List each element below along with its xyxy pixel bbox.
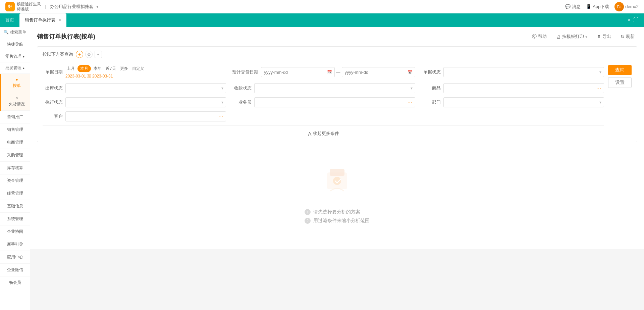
forecast-end-input[interactable] <box>342 67 415 77</box>
forecast-date-label: 预计交货日期 <box>231 69 258 75</box>
customer-wrap: ··· <box>65 111 226 121</box>
breadcrumb[interactable]: 办公用品行业模拟账套 <box>50 4 94 10</box>
sidebar-item-basic-info[interactable]: 基础信息 <box>0 200 30 213</box>
goods-more-icon[interactable]: ··· <box>596 86 601 91</box>
tab-sales-order[interactable]: 销售订单执行表 × <box>19 13 66 27</box>
page-header: 销售订单执行表(按单) ⓪ 帮助 🖨 按模板打印 ▾ ⬆ 导出 <box>37 32 637 41</box>
date-btn-this-year[interactable]: 本年 <box>92 65 103 72</box>
app-download-icon: 📱 <box>586 4 591 9</box>
calendar-end-icon[interactable]: 📅 <box>408 70 413 74</box>
date-btn-this-month[interactable]: 本月 <box>77 65 91 72</box>
date-btn-7days[interactable]: 近7天 <box>104 65 117 72</box>
sidebar-item-enterprise-collab[interactable]: 企业协同 <box>0 225 30 238</box>
filter-item-goods: 商品 ··· <box>421 83 604 93</box>
breadcrumb-arrow-icon[interactable]: ▾ <box>96 4 99 9</box>
sidebar-item-finance[interactable]: 资金管理 <box>0 174 30 187</box>
filter-item-date: 单据日期 上月 本月 本年 近7天 更多 自定义 <box>43 65 226 79</box>
content-area: 销售订单执行表(按单) ⓪ 帮助 🖨 按模板打印 ▾ ⬆ 导出 <box>30 27 644 310</box>
sidebar-subitem-backorder[interactable]: ○ 欠货情况 <box>1 92 30 111</box>
sidebar-item-marketing[interactable]: 营销推广 <box>0 111 30 123</box>
app-download-button[interactable]: 📱 App下载 <box>586 4 609 10</box>
sidebar-item-purchase[interactable]: 采购管理 <box>0 149 30 162</box>
forecast-end-wrap: 📅 <box>342 67 415 77</box>
window-close-icon[interactable]: × <box>628 17 631 23</box>
sidebar-item-system[interactable]: 系统管理 <box>0 213 30 225</box>
receipt-status-label: 收款状态 <box>231 85 252 91</box>
settings-button[interactable]: 设置 <box>608 77 632 88</box>
receipt-status-select[interactable] <box>254 83 415 93</box>
help-button[interactable]: ⓪ 帮助 <box>529 32 549 41</box>
filter-row-4: 客户 ··· <box>43 111 604 121</box>
date-range-inputs: 📅 — 📅 <box>261 67 415 77</box>
export-button[interactable]: ⬆ 导出 <box>594 32 614 41</box>
sidebar-item-app-center[interactable]: 应用中心 <box>0 251 30 264</box>
calendar-start-icon[interactable]: 📅 <box>327 70 332 74</box>
salesperson-input[interactable] <box>254 97 415 107</box>
logo-area: 好 畅捷通好生意 标准版 <box>5 2 41 11</box>
sidebar-item-sales[interactable]: 销售管理 <box>0 123 30 136</box>
export-icon: ⬆ <box>597 34 601 39</box>
sidebar: 🔍 搜索菜单 快捷导航 零售管理 ▾ 批发管理 ▴ ● 按单 ○ 欠货情况 营销… <box>0 27 30 310</box>
filter-item-forecast-date: 预计交货日期 📅 — 📅 <box>231 67 415 77</box>
dept-arrow-icon <box>599 100 601 105</box>
sidebar-item-ecommerce[interactable]: 电商管理 <box>0 136 30 149</box>
tab-home[interactable]: 首页 <box>0 13 19 27</box>
user-profile[interactable]: Ea demo2 <box>614 2 639 11</box>
goods-input[interactable] <box>443 83 604 93</box>
sidebar-item-quick-nav[interactable]: 快捷导航 <box>0 38 30 51</box>
out-status-select[interactable] <box>65 83 226 93</box>
filter-edit-button[interactable]: ⚙ <box>85 51 93 58</box>
print-button[interactable]: 🖨 按模板打印 ▾ <box>553 32 590 41</box>
query-button[interactable]: 查询 <box>608 65 632 75</box>
sidebar-item-enterprise-wechat[interactable]: 企业微信 <box>0 264 30 276</box>
doc-status-label: 单据状态 <box>421 69 441 75</box>
salesperson-wrap: ··· <box>254 97 415 107</box>
salesperson-more-icon[interactable]: ··· <box>408 100 413 105</box>
sidebar-item-beginner[interactable]: 新手引导 <box>0 238 30 251</box>
exec-status-select[interactable] <box>65 97 226 107</box>
filter-collapse-button[interactable]: « <box>95 51 102 58</box>
help-icon: ⓪ <box>532 34 537 40</box>
dept-select[interactable] <box>443 97 604 107</box>
refresh-icon: ↻ <box>621 34 625 39</box>
sidebar-item-retail[interactable]: 零售管理 ▾ <box>0 51 30 62</box>
customer-more-icon[interactable]: ··· <box>219 114 224 119</box>
tip-number-2: 2 <box>305 218 311 224</box>
filter-right-actions: 查询 设置 <box>608 65 632 88</box>
out-status-label: 出库状态 <box>43 85 63 91</box>
refresh-button[interactable]: ↻ 刷新 <box>618 32 637 41</box>
print-icon: 🖨 <box>556 34 561 39</box>
filter-add-button[interactable]: + <box>76 51 83 58</box>
collapse-more-button[interactable]: ⋀ 收起更多条件 <box>304 129 343 138</box>
sidebar-item-operations[interactable]: 经营管理 <box>0 187 30 200</box>
goods-label: 商品 <box>421 85 441 91</box>
filter-row-1: 单据日期 上月 本月 本年 近7天 更多 自定义 <box>43 65 604 79</box>
tab-close-icon[interactable]: × <box>59 18 61 22</box>
wholesale-arrow-icon: ▴ <box>23 66 24 70</box>
message-button[interactable]: 💬 消息 <box>565 4 581 10</box>
message-icon: 💬 <box>565 4 571 9</box>
sidebar-item-vip[interactable]: 畅会员 <box>0 276 30 289</box>
order-active-icon: ● <box>15 77 18 82</box>
print-arrow-icon[interactable]: ▾ <box>585 34 588 39</box>
doc-status-arrow-icon <box>599 70 601 74</box>
nav-tabs: 首页 销售订单执行表 × × ⛶ <box>0 13 644 27</box>
doc-status-wrap <box>443 67 604 77</box>
out-status-arrow-icon <box>221 86 223 91</box>
out-status-wrap <box>65 83 226 93</box>
tab-actions: × ⛶ <box>628 17 644 23</box>
logo-text: 畅捷通好生意 标准版 <box>17 2 41 11</box>
sidebar-item-inventory[interactable]: 库存核算 <box>0 162 30 174</box>
sidebar-subitem-order[interactable]: ● 按单 <box>1 74 30 92</box>
filter-item-exec-status: 执行状态 <box>43 97 226 107</box>
sidebar-item-wholesale[interactable]: 批发管理 ▴ <box>0 62 30 74</box>
date-btn-custom[interactable]: 自定义 <box>131 65 146 72</box>
sidebar-search[interactable]: 🔍 搜索菜单 <box>0 27 30 38</box>
date-btn-more[interactable]: 更多 <box>119 65 129 72</box>
customer-input[interactable] <box>65 111 226 121</box>
filter-item-dept: 部门 <box>421 97 604 107</box>
window-maximize-icon[interactable]: ⛶ <box>633 17 639 23</box>
date-btn-last-month[interactable]: 上月 <box>65 65 76 72</box>
doc-status-select[interactable] <box>443 67 604 77</box>
forecast-start-input[interactable] <box>261 67 334 77</box>
